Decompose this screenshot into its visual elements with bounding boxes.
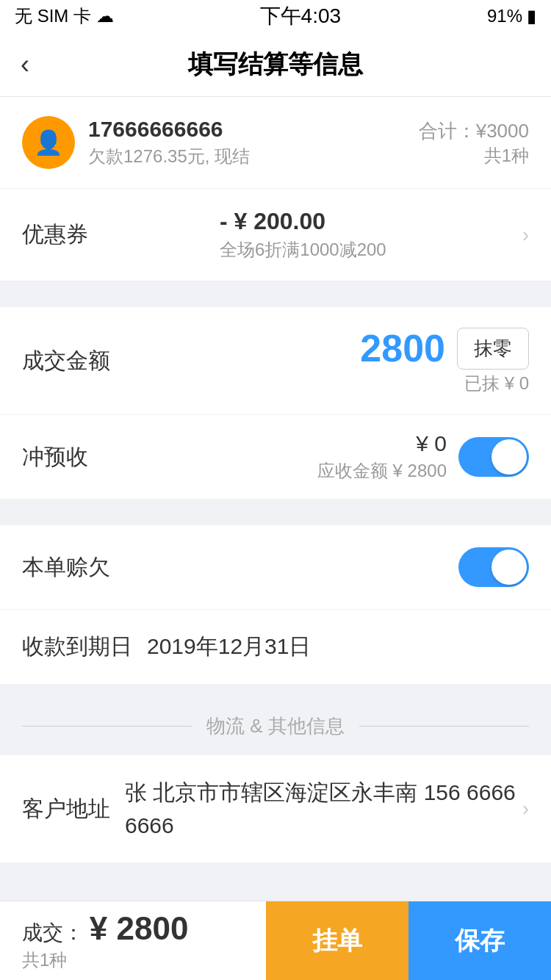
amount-label: 成交金额 [22,346,110,376]
coupon-right: - ¥ 200.00 全场6折满1000减200 [220,208,386,262]
chevron-right-icon: › [522,223,529,247]
section-divider-2 [0,512,551,525]
customer-row: 👤 17666666666 欠款1276.35元, 现结 合计：¥3000 共1… [0,97,551,188]
sim-label: 无 SIM 卡 ☁ [15,4,114,28]
prepay-amount: ¥ 0 应收金额 ¥ 2800 [317,431,447,483]
bottom-amount-label: 成交： [22,921,84,944]
status-left: 无 SIM 卡 ☁ [15,4,114,28]
amount-sub: 已抹 ¥ 0 [360,372,529,395]
save-button[interactable]: 保存 [408,901,551,981]
prepay-right: ¥ 0 应收金额 ¥ 2800 [317,431,529,483]
debit-row: 本单赊欠 [0,525,551,609]
debit-toggle[interactable] [458,547,529,587]
address-section: 客户地址 张 北京市市辖区海淀区永丰南 156 6666 6666 › [0,755,551,862]
battery-icon: ▮ [527,6,536,26]
nav-bar: ‹ 填写结算等信息 [0,32,551,97]
logistics-separator: 物流 & 其他信息 [0,697,551,755]
prepay-value: ¥ 0 [317,431,447,456]
prepay-toggle[interactable] [458,437,529,477]
separator-line-left [22,726,192,727]
bottom-bar: 成交： ¥ 2800 共1种 挂单 保存 [0,901,551,980]
back-button[interactable]: ‹ [21,49,29,80]
amount-value-row: 2800 抹零 [360,326,529,370]
coupon-desc: 全场6折满1000减200 [220,238,386,262]
bottom-amount-value: ¥ 2800 [90,910,189,946]
customer-info: 17666666666 欠款1276.35元, 现结 [88,117,250,168]
coupon-row[interactable]: 优惠券 - ¥ 200.00 全场6折满1000减200 › [0,188,551,281]
amount-value: 2800 [360,326,445,370]
prepay-label: 冲预收 [22,442,88,472]
logistics-label: 物流 & 其他信息 [206,713,345,739]
debit-toggle-knob [491,550,527,585]
separator-line-right [359,726,529,727]
prepay-sub: 应收金额 ¥ 2800 [317,459,447,483]
due-date-label: 收款到期日 [22,632,132,662]
status-right: 91% ▮ [487,6,536,26]
customer-subtext: 欠款1276.35元, 现结 [88,145,250,168]
address-label: 客户地址 [22,794,110,824]
address-row[interactable]: 客户地址 张 北京市市辖区海淀区永丰南 156 6666 6666 › [0,755,551,862]
coupon-discount: - ¥ 200.00 [220,208,386,235]
bottom-amount-line: 成交： ¥ 2800 [22,910,244,947]
bottom-count: 共1种 [22,948,244,972]
total-label: 合计：¥3000 [419,118,529,144]
amount-row: 成交金额 2800 抹零 已抹 ¥ 0 [0,307,551,414]
hold-button[interactable]: 挂单 [266,901,408,981]
debit-section: 本单赊欠 收款到期日 2019年12月31日 [0,525,551,684]
round-button[interactable]: 抹零 [457,328,529,370]
bottom-summary: 成交： ¥ 2800 共1种 [0,910,266,972]
toggle-knob [491,439,527,475]
due-date-value: 2019年12月31日 [147,632,311,662]
amount-right: 2800 抹零 已抹 ¥ 0 [360,326,529,395]
customer-card: 👤 17666666666 欠款1276.35元, 现结 合计：¥3000 共1… [0,97,551,281]
avatar: 👤 [22,116,75,169]
debit-label: 本单赊欠 [22,552,110,583]
due-date-row: 收款到期日 2019年12月31日 [0,609,551,684]
section-divider-1 [0,294,551,307]
status-bar: 无 SIM 卡 ☁ 下午4:03 91% ▮ [0,0,551,32]
customer-left: 👤 17666666666 欠款1276.35元, 现结 [22,116,250,169]
status-time: 下午4:03 [260,2,342,30]
total-count: 共1种 [419,144,529,167]
page-title: 填写结算等信息 [188,48,363,82]
customer-right: 合计：¥3000 共1种 [419,118,529,167]
customer-phone: 17666666666 [88,117,250,142]
battery-label: 91% [487,6,522,26]
address-chevron-icon: › [522,797,529,821]
amount-section: 成交金额 2800 抹零 已抹 ¥ 0 冲预收 ¥ 0 应收金额 ¥ 2800 [0,307,551,499]
prepay-row: 冲预收 ¥ 0 应收金额 ¥ 2800 [0,414,551,499]
coupon-label: 优惠券 [22,220,88,250]
address-value: 张 北京市市辖区海淀区永丰南 156 6666 6666 [125,776,518,842]
